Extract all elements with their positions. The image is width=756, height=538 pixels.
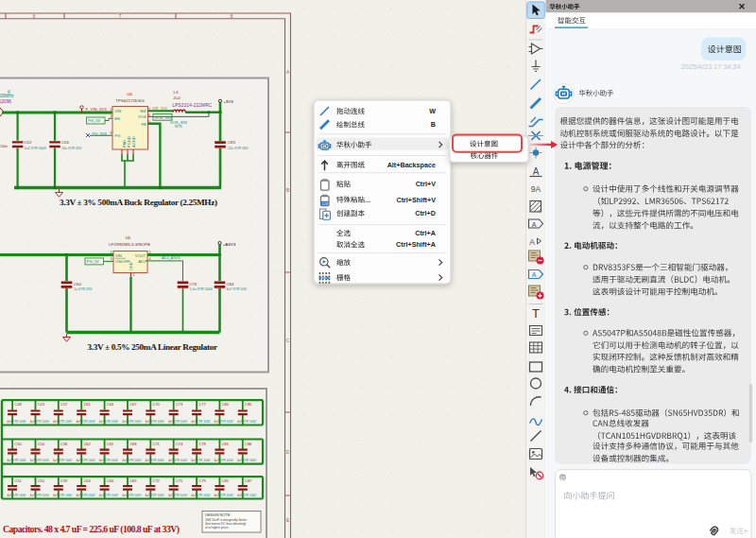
svg-text:4u7 X7R 100V: 4u7 X7R 100V xyxy=(168,420,188,424)
svg-text:4u7 X7R 100V: 4u7 X7R 100V xyxy=(237,420,257,424)
svg-text:LP2992IM5-3.3/NOPB: LP2992IM5-3.3/NOPB xyxy=(109,242,150,247)
svg-text:PG_5V: PG_5V xyxy=(88,118,100,123)
svg-text:C72: C72 xyxy=(153,478,161,483)
svg-text:7: 7 xyxy=(119,14,122,19)
svg-text:2u2: 2u2 xyxy=(174,95,181,100)
svg-text:C82: C82 xyxy=(222,478,230,483)
svg-text:C57: C57 xyxy=(60,402,68,407)
svg-text:4u7 X7R 100V: 4u7 X7R 100V xyxy=(30,420,50,424)
svg-text:PGND: PGND xyxy=(127,136,131,148)
svg-text:C: C xyxy=(286,338,290,343)
svg-text:00MHz: 00MHz xyxy=(0,94,14,98)
svg-text:VIN: VIN xyxy=(114,109,121,113)
svg-text:4u7 X7R 100V: 4u7 X7R 100V xyxy=(76,494,95,497)
svg-text:SW_3V3: SW_3V3 xyxy=(152,106,168,111)
svg-text:A: A xyxy=(533,166,540,177)
svg-text:3.3V ± 0.5% 250mA Linear Regul: 3.3V ± 0.5% 250mA Linear Regulator xyxy=(88,342,218,352)
svg-text:PG: PG xyxy=(114,133,120,138)
svg-text:4u7 X7R 100V: 4u7 X7R 100V xyxy=(168,494,188,497)
svg-text:Ctrl+A: Ctrl+A xyxy=(415,229,436,237)
svg-text:4u7 X7R 16V: 4u7 X7R 16V xyxy=(227,287,248,291)
svg-text:C68: C68 xyxy=(129,442,137,446)
svg-text:4u7 X7R 100V: 4u7 X7R 100V xyxy=(122,494,142,497)
svg-text:4u7 X7R 100V: 4u7 X7R 100V xyxy=(237,494,257,497)
svg-text:4u7 X7R 100V: 4u7 X7R 100V xyxy=(122,459,142,462)
svg-text:@: @ xyxy=(559,475,565,480)
svg-text:C60: C60 xyxy=(74,282,81,286)
svg-text:10u X7R 25V: 10u X7R 25V xyxy=(61,147,82,150)
svg-text:C58: C58 xyxy=(60,442,68,446)
svg-text:D: D xyxy=(286,450,290,455)
svg-text:4u7 X7R 100V: 4u7 X7R 100V xyxy=(191,459,211,462)
svg-text:Ctrl+Shift+V: Ctrl+Shift+V xyxy=(396,196,436,204)
svg-text:1.0u X7R 100V: 1.0u X7R 100V xyxy=(190,287,214,291)
svg-text:4u7 X7R 100V: 4u7 X7R 100V xyxy=(215,494,234,497)
svg-text:1: 1 xyxy=(110,114,112,118)
svg-text:4: 4 xyxy=(148,257,150,261)
svg-text:4u7 X7R 100V: 4u7 X7R 100V xyxy=(99,420,119,424)
svg-text:F_VIN_3V3: F_VIN_3V3 xyxy=(86,107,108,112)
svg-text:4u7 X7R 100V: 4u7 X7R 100V xyxy=(30,494,50,497)
svg-text:C76: C76 xyxy=(190,282,198,286)
svg-text:B: B xyxy=(431,120,436,129)
svg-text:C79: C79 xyxy=(198,478,206,483)
svg-text:C87: C87 xyxy=(245,478,252,483)
svg-text:C80: C80 xyxy=(222,402,230,407)
svg-text:GND: GND xyxy=(129,262,133,270)
svg-text:C83: C83 xyxy=(228,140,235,145)
svg-text:100n: 100n xyxy=(0,145,8,148)
svg-text:W: W xyxy=(429,107,436,115)
svg-text:C51: C51 xyxy=(14,478,22,483)
svg-text:2025/4/23 17:34:34: 2025/4/23 17:34:34 xyxy=(681,62,741,71)
svg-text:6: 6 xyxy=(33,14,36,19)
svg-text:Ctrl+Shift+A: Ctrl+Shift+A xyxy=(396,240,436,249)
svg-text:4u7 X7R 100V: 4u7 X7R 100V xyxy=(99,494,119,497)
svg-text:4u7 X7R 100V: 4u7 X7R 100V xyxy=(191,420,211,424)
svg-text:C69: C69 xyxy=(129,478,137,483)
svg-text:4u7 X7R 100V: 4u7 X7R 100V xyxy=(30,459,50,462)
svg-text:22u X7R 16V: 22u X7R 16V xyxy=(228,147,249,150)
svg-text:4u7 X7R 100V: 4u7 X7R 100V xyxy=(146,494,165,497)
svg-text:4u7 X7R 100V: 4u7 X7R 100V xyxy=(237,459,257,462)
svg-text:C86: C86 xyxy=(245,442,252,446)
svg-text:4u7 X7R 100V: 4u7 X7R 100V xyxy=(146,459,165,462)
svg-text:C67: C67 xyxy=(129,402,137,407)
svg-text:VOS: VOS xyxy=(138,114,146,119)
svg-text:Ctrl+D: Ctrl+D xyxy=(415,209,436,217)
svg-text:Alt+Backspace: Alt+Backspace xyxy=(387,161,436,169)
svg-text:SW: SW xyxy=(140,109,146,113)
svg-text:C84: C84 xyxy=(227,282,234,286)
svg-text:DESIGN NOTE:: DESIGN NOTE: xyxy=(205,513,231,517)
svg-text:A: A xyxy=(532,271,537,278)
svg-text:ADJ_A3V3: ADJ_A3V3 xyxy=(162,255,180,260)
svg-text:C63: C63 xyxy=(83,478,91,483)
svg-text:NT3: NT3 xyxy=(175,124,182,129)
svg-text:ADJ: ADJ xyxy=(138,259,146,264)
svg-text:C71: C71 xyxy=(153,442,161,446)
svg-text:C62: C62 xyxy=(83,442,91,446)
svg-text:E: E xyxy=(286,518,289,523)
svg-text:+A3V3: +A3V3 xyxy=(223,242,236,247)
svg-text:1u X7R 25V: 1u X7R 25V xyxy=(74,287,93,291)
svg-text:VIN: VIN xyxy=(115,253,122,258)
svg-text:C55: C55 xyxy=(38,478,45,483)
svg-text:C50: C50 xyxy=(14,442,22,446)
svg-text:FB: FB xyxy=(141,122,146,127)
svg-text:3: 3 xyxy=(110,257,112,261)
svg-text:4u7 X7R 100V: 4u7 X7R 100V xyxy=(7,420,26,424)
svg-text:C52: C52 xyxy=(25,140,32,145)
svg-text:4u7 X7R 100V: 4u7 X7R 100V xyxy=(7,494,26,497)
svg-text:C73: C73 xyxy=(176,402,183,407)
svg-text:4u7 X7R 100V: 4u7 X7R 100V xyxy=(53,420,73,424)
svg-text:4u7 X7R 100V: 4u7 X7R 100V xyxy=(215,420,234,424)
svg-text:4u7 X7R 100V: 4u7 X7R 100V xyxy=(168,459,188,462)
svg-text:C65: C65 xyxy=(107,442,114,446)
svg-text:8: 8 xyxy=(231,14,233,19)
svg-text:4u7 X7R 100V: 4u7 X7R 100V xyxy=(53,459,73,462)
svg-text:AGND: AGND xyxy=(131,136,136,148)
svg-text:C54: C54 xyxy=(38,442,45,446)
svg-text:C85: C85 xyxy=(245,402,252,407)
svg-text:C64: C64 xyxy=(107,402,114,407)
svg-text:123: 123 xyxy=(322,202,328,206)
svg-text:VOUT: VOUT xyxy=(135,253,146,258)
